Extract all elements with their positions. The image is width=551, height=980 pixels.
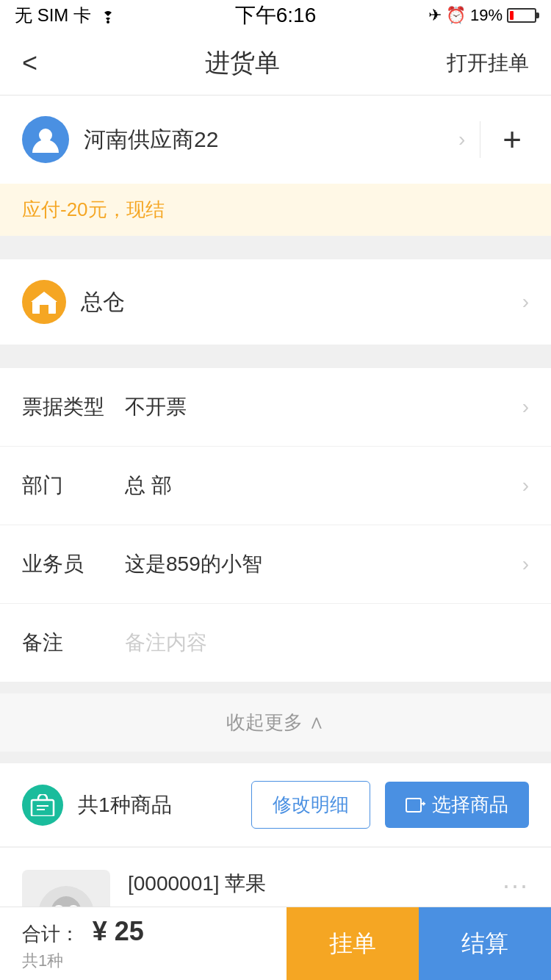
warehouse-icon bbox=[31, 290, 57, 314]
payment-notice: 应付-20元，现结 bbox=[0, 184, 551, 236]
status-bar-left: 无 SIM 卡 bbox=[15, 4, 119, 27]
select-product-icon bbox=[406, 796, 426, 814]
invoice-type-value: 不开票 bbox=[110, 393, 515, 421]
warehouse-icon-wrap bbox=[22, 280, 66, 324]
department-value: 总 部 bbox=[110, 472, 515, 500]
department-chevron-icon: › bbox=[522, 474, 529, 497]
status-bar-time: 下午6:16 bbox=[235, 1, 317, 29]
main-content: 河南供应商22 › + 应付-20元，现结 总仓 › 票据类型 不开票 bbox=[0, 96, 551, 980]
salesperson-label: 业务员 bbox=[22, 550, 110, 578]
svg-rect-4 bbox=[40, 305, 48, 314]
warehouse-name: 总仓 bbox=[81, 287, 515, 317]
remark-input[interactable]: 备注内容 bbox=[110, 629, 529, 657]
pending-button[interactable]: 挂单 bbox=[287, 907, 419, 981]
salesperson-value: 这是859的小智 bbox=[110, 550, 515, 578]
supplier-row[interactable]: 河南供应商22 › + bbox=[0, 96, 551, 184]
carrier-text: 无 SIM 卡 bbox=[15, 4, 91, 27]
product-header: 共1种商品 修改明细 选择商品 bbox=[0, 763, 551, 846]
alarm-icon: ⏰ bbox=[446, 6, 466, 25]
salesperson-chevron-icon: › bbox=[522, 552, 529, 576]
svg-rect-5 bbox=[32, 800, 54, 816]
settle-button[interactable]: 结算 bbox=[419, 907, 551, 981]
person-icon bbox=[31, 125, 60, 154]
invoice-type-row[interactable]: 票据类型 不开票 › bbox=[0, 368, 551, 447]
nav-bar: < 进货单 打开挂单 bbox=[0, 31, 551, 96]
product-count: 共1种商品 bbox=[78, 791, 237, 819]
invoice-chevron-icon: › bbox=[522, 395, 529, 419]
warehouse-chevron-icon: › bbox=[522, 290, 529, 314]
edit-detail-button[interactable]: 修改明细 bbox=[251, 781, 370, 829]
footer: 合计： ¥ 25 共1种 挂单 结算 bbox=[0, 907, 551, 980]
battery-icon bbox=[507, 8, 536, 23]
status-bar-right: ✈ ⏰ 19% bbox=[428, 6, 536, 25]
select-product-button[interactable]: 选择商品 bbox=[385, 782, 529, 828]
back-button[interactable]: < bbox=[22, 48, 37, 79]
product-title: 苹果 bbox=[225, 872, 266, 895]
svg-rect-8 bbox=[406, 799, 421, 812]
total-label: 合计： bbox=[22, 923, 79, 945]
form-card: 票据类型 不开票 › 部门 总 部 › 业务员 这是859的小智 › 备注 备注… bbox=[0, 368, 551, 682]
page-title: 进货单 bbox=[205, 46, 280, 80]
supplier-chevron-icon: › bbox=[458, 128, 465, 151]
add-button[interactable]: + bbox=[495, 123, 529, 156]
department-row[interactable]: 部门 总 部 › bbox=[0, 447, 551, 525]
spacer-2 bbox=[0, 356, 551, 368]
product-bag-icon bbox=[30, 794, 55, 816]
supplier-name: 河南供应商22 bbox=[84, 125, 451, 155]
supplier-card: 河南供应商22 › + 应付-20元，现结 bbox=[0, 96, 551, 236]
invoice-type-label: 票据类型 bbox=[22, 393, 110, 421]
footer-total: 合计： ¥ 25 共1种 bbox=[0, 916, 287, 972]
warehouse-card[interactable]: 总仓 › bbox=[0, 259, 551, 345]
status-bar: 无 SIM 卡 下午6:16 ✈ ⏰ 19% bbox=[0, 0, 551, 31]
location-icon: ✈ bbox=[428, 6, 442, 25]
svg-point-0 bbox=[107, 21, 109, 24]
collapse-row[interactable]: 收起更多 ∧ bbox=[0, 693, 551, 752]
total-sub: 共1种 bbox=[22, 950, 264, 972]
salesperson-row[interactable]: 业务员 这是859的小智 › bbox=[0, 525, 551, 604]
product-name: [0000001] 苹果 bbox=[128, 870, 503, 898]
remark-row[interactable]: 备注 备注内容 bbox=[0, 604, 551, 682]
product-icon-wrap bbox=[22, 785, 63, 826]
vertical-divider bbox=[480, 121, 480, 158]
open-pending-button[interactable]: 打开挂单 bbox=[447, 49, 529, 77]
battery-text: 19% bbox=[470, 6, 503, 25]
more-options-icon[interactable]: ··· bbox=[503, 870, 529, 901]
select-product-label: 选择商品 bbox=[432, 792, 508, 818]
supplier-avatar bbox=[22, 116, 69, 163]
svg-marker-3 bbox=[31, 292, 57, 302]
total-amount: ¥ 25 bbox=[93, 916, 144, 946]
wifi-icon bbox=[97, 7, 119, 24]
remark-label: 备注 bbox=[22, 629, 110, 657]
spacer-1 bbox=[0, 248, 551, 259]
mini-spacer bbox=[0, 846, 551, 848]
department-label: 部门 bbox=[22, 472, 110, 500]
warehouse-row[interactable]: 总仓 › bbox=[0, 259, 551, 345]
product-code: [0000001] bbox=[128, 872, 220, 895]
